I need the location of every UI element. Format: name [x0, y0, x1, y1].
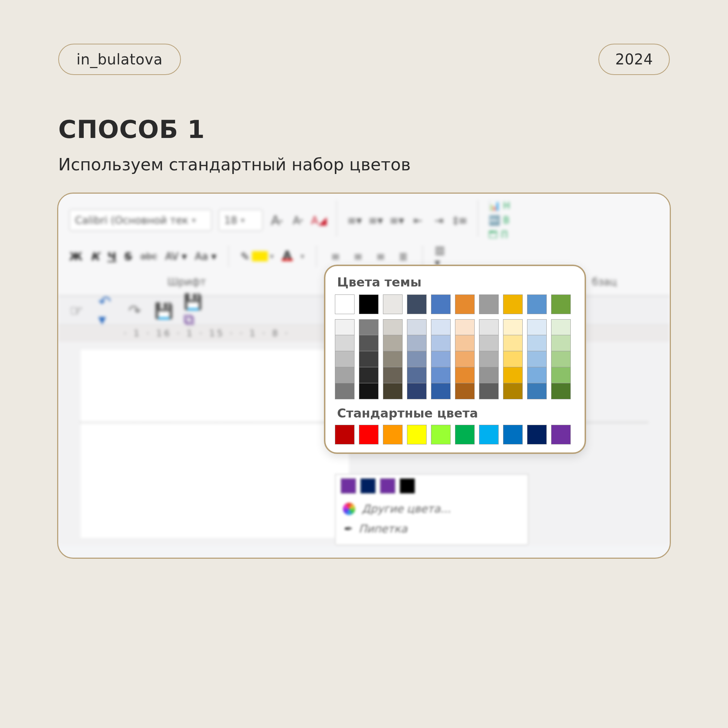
standard-color-swatch[interactable] — [335, 425, 355, 444]
text-box-button[interactable]: 🔤 В — [488, 215, 510, 226]
theme-tint-swatch[interactable] — [383, 319, 402, 335]
theme-tint-swatch[interactable] — [455, 319, 475, 335]
theme-tint-swatch[interactable] — [503, 335, 523, 351]
standard-color-swatch[interactable] — [551, 425, 571, 444]
theme-tint-swatch[interactable] — [431, 367, 451, 383]
save-as-icon[interactable]: 💾⧉ — [186, 303, 200, 318]
standard-color-swatch[interactable] — [383, 425, 402, 444]
theme-tint-swatch[interactable] — [455, 367, 475, 383]
theme-tint-swatch[interactable] — [503, 383, 523, 399]
theme-tint-swatch[interactable] — [383, 351, 402, 367]
theme-tint-swatch[interactable] — [431, 319, 451, 335]
theme-tint-swatch[interactable] — [359, 351, 379, 367]
underline-button[interactable]: Ч — [107, 250, 116, 263]
theme-tint-swatch[interactable] — [335, 367, 355, 383]
theme-tint-swatch[interactable] — [407, 383, 427, 399]
standard-color-swatch[interactable] — [431, 425, 451, 444]
strike-button[interactable]: S — [124, 250, 133, 263]
standard-color-swatch[interactable] — [359, 425, 379, 444]
font-color-button[interactable]: A — [282, 252, 293, 261]
shrink-font-icon[interactable]: A▾ — [291, 213, 305, 228]
theme-tint-swatch[interactable] — [383, 367, 402, 383]
theme-tint-swatch[interactable] — [431, 351, 451, 367]
theme-tint-swatch[interactable] — [479, 319, 499, 335]
touch-mode-icon[interactable]: ☞ — [69, 303, 84, 318]
highlight-button[interactable]: ✎▾ — [241, 250, 274, 263]
theme-tint-swatch[interactable] — [503, 319, 523, 335]
line-spacing-icon[interactable]: ‡≡ — [453, 213, 467, 228]
theme-tint-swatch[interactable] — [407, 367, 427, 383]
eyedropper-item[interactable]: ✒ Пипетка — [341, 519, 523, 539]
standard-color-swatch[interactable] — [503, 425, 523, 444]
theme-tint-swatch[interactable] — [479, 367, 499, 383]
theme-tint-swatch[interactable] — [335, 383, 355, 399]
columns-icon[interactable]: ▥ ▾ — [434, 249, 449, 263]
strikethrough-abc-icon[interactable]: abc — [140, 251, 157, 262]
theme-tint-swatch[interactable] — [551, 351, 571, 367]
list-buttons[interactable]: ≡▾≡▾≡▾ — [347, 213, 404, 228]
theme-color-swatch[interactable] — [407, 294, 427, 314]
theme-color-swatch[interactable] — [503, 294, 523, 314]
convert-button[interactable]: 🗔 П — [488, 229, 510, 240]
align-right-icon[interactable]: ≡ — [373, 249, 388, 263]
align-justify-icon[interactable]: ≣ — [396, 249, 411, 263]
char-spacing-button[interactable]: AV ▾ — [165, 251, 187, 262]
standard-color-swatch[interactable] — [455, 425, 475, 444]
theme-tint-swatch[interactable] — [455, 335, 475, 351]
theme-tint-swatch[interactable] — [479, 351, 499, 367]
theme-tint-swatch[interactable] — [551, 335, 571, 351]
theme-color-swatch[interactable] — [335, 294, 355, 314]
theme-tint-swatch[interactable] — [431, 383, 451, 399]
theme-tint-swatch[interactable] — [455, 383, 475, 399]
theme-tint-swatch[interactable] — [359, 383, 379, 399]
theme-color-swatch[interactable] — [479, 294, 499, 314]
theme-color-swatch[interactable] — [431, 294, 451, 314]
theme-tint-swatch[interactable] — [383, 383, 402, 399]
italic-button[interactable]: К — [91, 250, 100, 263]
theme-tint-swatch[interactable] — [359, 335, 379, 351]
theme-color-swatch[interactable] — [359, 294, 379, 314]
recent-color-swatch[interactable] — [341, 478, 356, 494]
align-center-icon[interactable]: ≡ — [351, 249, 366, 263]
theme-tint-swatch[interactable] — [431, 335, 451, 351]
chart-button[interactable]: 📊 Н — [488, 200, 510, 211]
recent-color-swatch[interactable] — [400, 478, 415, 494]
font-size-combo[interactable]: 18▾ — [219, 209, 263, 231]
standard-color-swatch[interactable] — [407, 425, 427, 444]
theme-tint-swatch[interactable] — [335, 319, 355, 335]
standard-color-swatch[interactable] — [527, 425, 547, 444]
theme-tint-swatch[interactable] — [479, 335, 499, 351]
bold-button[interactable]: Ж — [69, 250, 83, 263]
save-icon[interactable]: 💾 — [156, 303, 171, 318]
theme-color-swatch[interactable] — [551, 294, 571, 314]
more-colors-item[interactable]: Другие цвета... — [341, 499, 523, 519]
theme-tint-swatch[interactable] — [359, 367, 379, 383]
clear-formatting-icon[interactable]: A◢ — [312, 213, 326, 228]
theme-tint-swatch[interactable] — [335, 351, 355, 367]
change-case-button[interactable]: Aa ▾ — [195, 251, 216, 262]
theme-tint-swatch[interactable] — [503, 351, 523, 367]
theme-tint-swatch[interactable] — [479, 383, 499, 399]
theme-tint-swatch[interactable] — [503, 367, 523, 383]
theme-tint-swatch[interactable] — [527, 335, 547, 351]
theme-color-swatch[interactable] — [383, 294, 402, 314]
grow-font-icon[interactable]: A▴ — [269, 213, 284, 228]
theme-tint-swatch[interactable] — [527, 367, 547, 383]
recent-color-swatch[interactable] — [380, 478, 395, 494]
theme-tint-swatch[interactable] — [527, 319, 547, 335]
theme-tint-swatch[interactable] — [359, 319, 379, 335]
theme-tint-swatch[interactable] — [407, 351, 427, 367]
theme-color-swatch[interactable] — [527, 294, 547, 314]
theme-tint-swatch[interactable] — [335, 335, 355, 351]
indent-buttons[interactable]: ⇤⇥ — [411, 213, 446, 228]
theme-tint-swatch[interactable] — [407, 335, 427, 351]
theme-tint-swatch[interactable] — [551, 319, 571, 335]
theme-tint-swatch[interactable] — [551, 383, 571, 399]
theme-color-swatch[interactable] — [455, 294, 475, 314]
theme-tint-swatch[interactable] — [551, 367, 571, 383]
align-left-icon[interactable]: ≡ — [328, 249, 343, 263]
theme-tint-swatch[interactable] — [455, 351, 475, 367]
theme-tint-swatch[interactable] — [527, 383, 547, 399]
theme-tint-swatch[interactable] — [383, 335, 402, 351]
theme-tint-swatch[interactable] — [527, 351, 547, 367]
